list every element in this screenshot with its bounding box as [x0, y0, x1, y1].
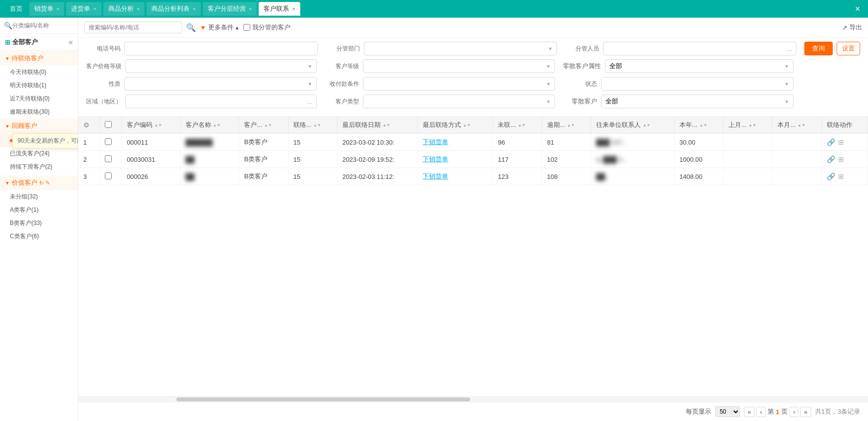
- row3-checkbox[interactable]: [105, 173, 112, 179]
- th-name-sort[interactable]: ▲▼: [213, 123, 221, 127]
- sidebar-item-7days-contact[interactable]: 近7天待联络(0): [0, 92, 78, 105]
- sidebar-item-ungrouped[interactable]: 未分组(32): [0, 190, 78, 203]
- tab-purchase-order[interactable]: 进货单 ×: [66, 2, 101, 16]
- my-customers-checkbox[interactable]: [243, 24, 250, 31]
- row3-code: 000026: [121, 168, 180, 185]
- tab-purchase-order-close[interactable]: ×: [93, 6, 96, 12]
- th-this-year-sort[interactable]: ▲▼: [699, 123, 707, 127]
- filter-region: 区域（地区） ...: [86, 95, 317, 108]
- settings-button[interactable]: 设置: [837, 42, 860, 55]
- sidebar-item-overdue-contact[interactable]: 逾期未联络(30): [0, 105, 78, 119]
- filter-retail-customer-dropdown[interactable]: 全部 ▼: [601, 95, 794, 108]
- tab-sales-order-close[interactable]: ×: [56, 6, 59, 12]
- sidebar-item-class-c[interactable]: C类客户(6): [0, 230, 78, 243]
- tab-customer-contact[interactable]: 客户联系 ×: [259, 2, 300, 16]
- prev-page-button[interactable]: ‹: [756, 407, 765, 417]
- row1-name[interactable]: ██████: [180, 134, 239, 151]
- filter-nature-dropdown[interactable]: ▼: [124, 77, 317, 91]
- sidebar-section-pending[interactable]: ▼ 待联络客户: [0, 51, 78, 66]
- sidebar-collapse-icon[interactable]: «: [69, 38, 73, 47]
- select-all-checkbox[interactable]: [105, 121, 112, 128]
- sidebar-item-class-b[interactable]: B类客户(33): [0, 217, 78, 230]
- th-overdue-sort[interactable]: ▲▼: [567, 123, 575, 127]
- table-row: 3 000026 ██ B类客户 15 2023-02-03 11:12: 下销…: [78, 168, 868, 185]
- row1-last-method[interactable]: 下销货单: [418, 134, 493, 151]
- row1-checkbox[interactable]: [105, 138, 112, 145]
- th-this-month-sort[interactable]: ▲▼: [797, 123, 805, 127]
- row1-action-more-icon[interactable]: ⊞: [838, 138, 844, 146]
- export-button[interactable]: ↗ 导出: [842, 23, 862, 32]
- tab-customer-contact-close[interactable]: ×: [292, 6, 295, 12]
- filter-customer-type-dropdown[interactable]: ▼: [363, 95, 555, 108]
- filter-payment-label: 收付款条件: [325, 80, 359, 88]
- row2-name[interactable]: ██: [180, 151, 239, 168]
- th-last-method-sort[interactable]: ▲▼: [463, 123, 471, 127]
- th-contact-count-sort[interactable]: ▲▼: [313, 123, 321, 127]
- search-button[interactable]: 🔍: [186, 23, 196, 32]
- tab-customer-tiered[interactable]: 客户分层经营 ×: [203, 2, 257, 16]
- row2-last-method[interactable]: 下销货单: [418, 151, 493, 168]
- my-customers-toggle[interactable]: 我分管的客户: [243, 23, 290, 32]
- horizontal-scrollbar[interactable]: [78, 396, 868, 402]
- th-last-month-sort[interactable]: ▲▼: [748, 123, 756, 127]
- nav-home[interactable]: 首页: [4, 0, 28, 18]
- row2-last-method-link[interactable]: 下销货单: [423, 155, 448, 163]
- th-type-sort[interactable]: ▲▼: [264, 123, 272, 127]
- tab-product-analysis-close[interactable]: ×: [137, 6, 140, 12]
- tab-product-analysis-list-close[interactable]: ×: [193, 6, 195, 12]
- filter-actions: 查询 设置: [804, 42, 860, 55]
- filter-phone-input[interactable]: [124, 42, 318, 55]
- sidebar-item-churned[interactable]: 已流失客户(24): [0, 147, 78, 160]
- row2-action-more-icon[interactable]: ⊞: [838, 155, 844, 163]
- tab-sales-order[interactable]: 销货单 ×: [29, 2, 64, 16]
- filter-region-input[interactable]: ...: [125, 95, 317, 108]
- row3-last-month: [723, 168, 772, 185]
- filter-status-dropdown[interactable]: ▼: [601, 77, 794, 91]
- th-last-date-sort[interactable]: ▲▼: [383, 123, 390, 127]
- filter-region-dots[interactable]: ...: [307, 98, 313, 105]
- sidebar-section-value[interactable]: ▼ 价值客户 ↻ ✎: [0, 175, 78, 190]
- window-close-button[interactable]: ×: [851, 4, 864, 14]
- th-contact-person-sort[interactable]: ▲▼: [643, 123, 651, 127]
- row3-last-method[interactable]: 下销货单: [418, 168, 493, 185]
- sidebar-item-class-a[interactable]: A类客户(1): [0, 203, 78, 217]
- last-page-button[interactable]: »: [800, 407, 811, 417]
- row3-last-method-link[interactable]: 下销货单: [423, 173, 448, 180]
- row1-action-link-icon[interactable]: 🔗: [827, 138, 835, 146]
- th-code-sort[interactable]: ▲▼: [154, 123, 162, 127]
- filter-payment-dropdown[interactable]: ▼: [363, 77, 555, 91]
- query-button[interactable]: 查询: [804, 42, 833, 55]
- row1-last-method-link[interactable]: 下销货单: [423, 138, 448, 146]
- filter-customer-level-dropdown[interactable]: ▼: [363, 59, 555, 73]
- row2-action-link-icon[interactable]: 🔗: [827, 155, 835, 163]
- per-page-select[interactable]: 50 100 200: [715, 406, 740, 417]
- filter-manager-dropdown[interactable]: ...: [603, 42, 796, 55]
- filter-manager-dots[interactable]: ...: [786, 45, 792, 52]
- filter-retail-attr-dropdown[interactable]: 全部 ▼: [605, 59, 794, 73]
- sidebar-item-declining[interactable]: 持续下滑客户(2): [0, 160, 78, 173]
- value-section-refresh-icon[interactable]: ↻: [39, 180, 44, 186]
- row1-action-icons: 🔗 ⊞: [827, 138, 863, 146]
- tab-product-analysis-list[interactable]: 商品分析列表 ×: [146, 2, 200, 16]
- row3-action-link-icon[interactable]: 🔗: [827, 173, 835, 180]
- tab-product-analysis[interactable]: 商品分析 ×: [103, 2, 145, 16]
- sidebar-section-review[interactable]: ▼ 回顾客户: [0, 119, 78, 133]
- sidebar-search-input[interactable]: [12, 22, 78, 29]
- tab-customer-tiered-close[interactable]: ×: [249, 6, 252, 12]
- table-settings-icon[interactable]: ⚙: [83, 121, 90, 129]
- more-conditions-button[interactable]: ▼ 更多条件 ▲: [200, 23, 240, 32]
- row2-this-month: [772, 151, 821, 168]
- row3-action-more-icon[interactable]: ⊞: [838, 173, 844, 180]
- next-page-button[interactable]: ›: [790, 407, 798, 417]
- value-section-edit-icon[interactable]: ✎: [46, 180, 50, 186]
- sidebar-item-today-contact[interactable]: 今天待联络(0): [0, 66, 78, 79]
- row3-name[interactable]: ██: [180, 168, 239, 185]
- search-input[interactable]: [84, 22, 182, 33]
- filter-dept-dropdown[interactable]: ▼: [364, 42, 557, 55]
- th-uncontacted-sort[interactable]: ▲▼: [518, 123, 526, 127]
- filter-price-level-dropdown[interactable]: ▼: [125, 59, 317, 73]
- sidebar-item-tomorrow-contact[interactable]: 明天待联络(1): [0, 79, 78, 92]
- first-page-button[interactable]: «: [744, 407, 754, 417]
- row2-checkbox[interactable]: [105, 155, 112, 162]
- scroll-thumb[interactable]: [176, 397, 470, 401]
